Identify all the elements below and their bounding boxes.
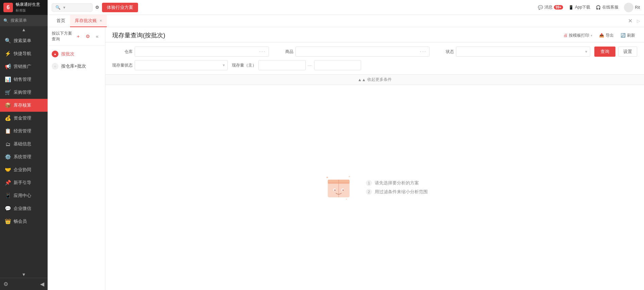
plus-icon: + [77, 34, 80, 39]
export-button[interactable]: 📤 导出 [597, 32, 616, 39]
refresh-label: 刷新 [627, 33, 635, 38]
industry-solution-button[interactable]: 体验行业方案 [102, 3, 138, 12]
nav-icon-purchase: 🛒 [5, 89, 11, 95]
filter-collapse-button[interactable]: « [94, 33, 101, 40]
status-field: 状态 ▾ [434, 47, 590, 57]
tip-num-2: 2 [366, 189, 372, 195]
refresh-button[interactable]: 🔄 刷新 [618, 32, 637, 39]
sidebar-item-enterprise[interactable]: 🤝 企业协同 [0, 163, 48, 176]
inventory-qty-from[interactable] [258, 60, 306, 70]
status-select[interactable]: ▾ [456, 47, 590, 57]
filter-item-by-warehouse-batch[interactable]: ○ 按仓库+批次 [48, 60, 105, 72]
sidebar-header: 6 畅康通好生意 标准版 [0, 0, 48, 15]
nav-label-operations: 经营管理 [14, 128, 31, 134]
topbar-left: 🔍 ▾ ⚙ 体验行业方案 [52, 3, 535, 12]
sidebar-item-finance[interactable]: 💰 资金管理 [0, 112, 48, 125]
settings-button[interactable]: 设置 [618, 47, 637, 57]
sidebar-item-app-center[interactable]: 📱 应用中心 [0, 189, 48, 202]
sidebar-item-system[interactable]: ⚙️ 系统管理 [0, 150, 48, 163]
sidebar-item-vip[interactable]: 👑 畅会员 [0, 215, 48, 228]
collapse-label: 收起更多条件 [367, 77, 392, 83]
filter-item-by-batch[interactable]: ● 按批次 [48, 48, 105, 60]
nav-label-finance: 资金管理 [14, 115, 31, 121]
topbar-settings-icon[interactable]: ⚙ [95, 5, 99, 10]
filter-header: 按以下方案查询 + ⚙ « [48, 27, 105, 46]
sidebar-item-purchase[interactable]: 🛒 采购管理 [0, 86, 48, 99]
settings-icon[interactable]: ⚙ [3, 281, 8, 287]
svg-text:✦: ✦ [348, 175, 351, 178]
tab-inventory-batch[interactable]: 库存批次账 × [70, 15, 107, 27]
filter-gear-icon: ⚙ [86, 34, 90, 39]
warehouse-label: 仓库 [112, 49, 133, 55]
panel-close-button[interactable]: ✕ [625, 16, 635, 26]
product-input[interactable]: ··· [295, 47, 430, 57]
tip-text-1: 请先选择要分析的方案 [375, 180, 419, 186]
sidebar-scroll-up[interactable]: ▲ [0, 26, 48, 33]
sidebar-search[interactable]: 🔍 搜索菜单 [0, 15, 48, 26]
sidebar-item-search[interactable]: 🔍 搜索菜单 [0, 34, 48, 47]
tip-num-1: 1 [366, 180, 372, 186]
svg-text:✦: ✦ [345, 198, 348, 200]
app-version: 标准版 [16, 8, 40, 13]
page-header-actions: 🖨 按模板打印 ▾ 📤 导出 🔄 刷新 [561, 32, 637, 39]
product-field: 商品 ··· [273, 47, 430, 57]
sidebar-nav: 🔍 搜索菜单 ⚡ 快捷导航 📢 营销推广 📊 销售管理 🛒 采购管理 📦 库存核… [0, 33, 48, 271]
sidebar-scroll-down[interactable]: ▼ [0, 271, 48, 278]
nav-icon-new-guide: 📌 [5, 180, 11, 186]
filter-list: ● 按批次 ○ 按仓库+批次 [48, 46, 105, 290]
sidebar-item-inventory[interactable]: 📦 库存核算 [0, 99, 48, 112]
collapse-sidebar-icon[interactable]: ◀ [40, 281, 44, 287]
sidebar-item-operations[interactable]: 📋 经营管理 [0, 125, 48, 138]
app-download-label: App下载 [575, 4, 590, 10]
online-service-button[interactable]: 🎧 在线客服 [596, 4, 618, 10]
empty-state: ✦ ✦ ✦ 1 请先选择要分析的方案 2 用过滤条件来缩小分析范围 [105, 85, 644, 290]
topbar-search-box[interactable]: 🔍 ▾ [52, 3, 92, 12]
tab-close-icon[interactable]: × [100, 19, 102, 23]
topbar: 🔍 ▾ ⚙ 体验行业方案 💬 消息 99+ 📱 App下载 🎧 在线客服 [48, 0, 644, 15]
main-area: 🔍 ▾ ⚙ 体验行业方案 💬 消息 99+ 📱 App下载 🎧 在线客服 [48, 0, 644, 290]
nav-label-search: 搜索菜单 [14, 38, 31, 44]
sidebar-item-basic-info[interactable]: 🗂 基础信息 [0, 138, 48, 150]
sidebar-item-new-guide[interactable]: 📌 新手引导 [0, 176, 48, 189]
message-badge: 99+ [554, 5, 563, 10]
product-dots-icon: ··· [420, 49, 426, 55]
query-button[interactable]: 查询 [594, 47, 615, 57]
sidebar-item-quick-nav[interactable]: ⚡ 快捷导航 [0, 47, 48, 60]
sidebar: 6 畅康通好生意 标准版 🔍 搜索菜单 ▲ 🔍 搜索菜单 ⚡ 快捷导航 📢 营销… [0, 0, 48, 290]
tab-home[interactable]: 首页 [52, 15, 70, 27]
inventory-qty-to[interactable] [314, 60, 361, 70]
user-name: Rit [635, 5, 640, 10]
app-download-button[interactable]: 📱 App下载 [569, 4, 590, 10]
empty-tip-1: 1 请先选择要分析的方案 [366, 180, 428, 186]
warehouse-input[interactable]: ··· [135, 47, 269, 57]
nav-label-inventory: 库存核算 [14, 102, 31, 108]
message-button[interactable]: 💬 消息 99+ [538, 4, 563, 10]
inventory-status-label: 现存量状态 [112, 62, 133, 68]
inventory-status-select[interactable]: ▾ [135, 60, 228, 70]
sidebar-item-marketing[interactable]: 📢 营销推广 [0, 60, 48, 73]
filter-panel: 按以下方案查询 + ⚙ « ● 按批次 [48, 27, 105, 290]
status-label: 状态 [434, 49, 454, 55]
inventory-qty-label: 现存量（主） [232, 62, 256, 68]
search-icon: 🔍 [3, 18, 9, 23]
filter-add-button[interactable]: + [74, 33, 82, 40]
svg-text:✦: ✦ [326, 176, 328, 179]
empty-tip-2: 2 用过滤条件来缩小分析范围 [366, 189, 428, 195]
user-profile[interactable]: Rit [624, 3, 640, 12]
nav-label-basic-info: 基础信息 [14, 141, 31, 147]
nav-icon-wechat: 💬 [5, 205, 11, 212]
nav-icon-enterprise: 🤝 [5, 167, 11, 173]
sidebar-item-sales[interactable]: 📊 销售管理 [0, 73, 48, 86]
print-template-button[interactable]: 🖨 按模板打印 ▾ [561, 32, 594, 39]
inventory-status-arrow: ▾ [223, 63, 225, 68]
empty-illustration: ✦ ✦ ✦ [322, 170, 356, 205]
inventory-status-field: 现存量状态 ▾ [112, 60, 228, 70]
tab-inventory-batch-label: 库存批次账 [75, 18, 97, 24]
status-dropdown-arrow: ▾ [585, 49, 587, 54]
panel-expand-icon[interactable]: ▷ [637, 19, 640, 23]
filter-settings-button[interactable]: ⚙ [84, 33, 91, 40]
sidebar-item-wechat[interactable]: 💬 企业微信 [0, 202, 48, 215]
content-panel: 按以下方案查询 + ⚙ « ● 按批次 [48, 27, 644, 290]
nav-icon-operations: 📋 [5, 128, 11, 134]
collapse-more-conditions[interactable]: ▲▲ 收起更多条件 [105, 75, 644, 85]
